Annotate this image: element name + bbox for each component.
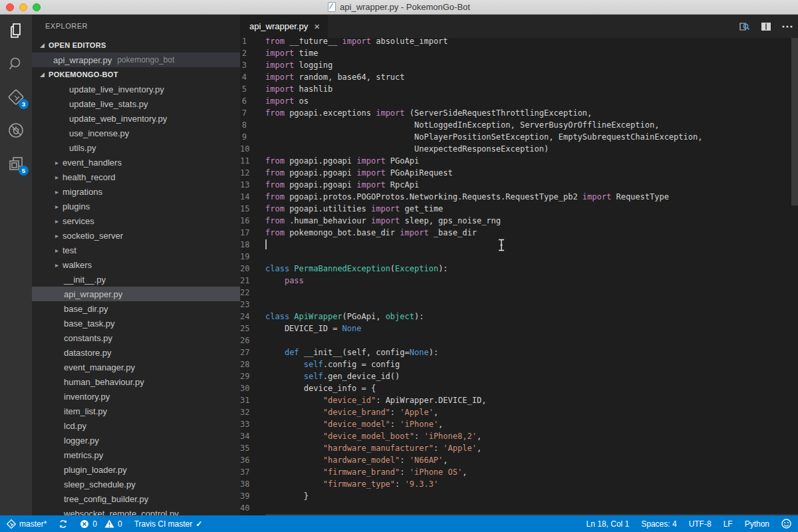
tree-file-websocket_remote_control.py[interactable]: websocket_remote_control.py <box>32 506 240 515</box>
tree-file-inventory.py[interactable]: inventory.py <box>32 389 240 404</box>
more-actions-icon[interactable] <box>782 25 793 28</box>
open-editors-header[interactable]: OPEN EDITORS <box>32 38 240 53</box>
open-preview-icon[interactable] <box>739 21 750 32</box>
eol-status[interactable]: LF <box>724 519 733 529</box>
feedback-smiley-icon[interactable] <box>781 519 791 529</box>
tree-file-human_behaviour.py[interactable]: human_behaviour.py <box>32 374 240 389</box>
code-editor[interactable]: 1from __future__ import absolute_import2… <box>240 38 798 515</box>
activity-explorer[interactable] <box>0 15 32 47</box>
activity-extensions[interactable]: 5 <box>0 148 32 180</box>
tree-folder-migrations[interactable]: ▸migrations <box>32 184 240 199</box>
tree-file-api_wrapper.py[interactable]: api_wrapper.py <box>32 287 240 301</box>
code-line-4[interactable]: 4import random, base64, struct <box>240 71 798 83</box>
tree-file-update_live_inventory.py[interactable]: update_live_inventory.py <box>32 82 240 96</box>
indentation-status[interactable]: Spaces: 4 <box>641 519 676 529</box>
tree-file-utils.py[interactable]: utils.py <box>32 140 240 155</box>
code-line-28[interactable]: 28 self.config = config <box>240 358 798 370</box>
tree-file-__init__.py[interactable]: __init__.py <box>32 272 240 287</box>
line-number: 36 <box>240 454 265 466</box>
code-line-34[interactable]: 34 "device_model_boot": 'iPhone8,2', <box>240 430 798 442</box>
code-line-32[interactable]: 32 "device_brand": 'Apple', <box>240 406 798 418</box>
code-line-22[interactable]: 22 <box>240 287 798 299</box>
close-window-button[interactable] <box>6 3 14 11</box>
code-line-40[interactable]: 40 <box>240 502 798 514</box>
tree-file-use_incense.py[interactable]: use_incense.py <box>32 126 240 140</box>
tree-file-base_task.py[interactable]: base_task.py <box>32 316 240 331</box>
code-line-30[interactable]: 30 device_info = { <box>240 382 798 394</box>
code-line-10[interactable]: 10 UnexpectedResponseException) <box>240 143 798 155</box>
code-line-14[interactable]: 14from pgoapi.protos.POGOProtos.Networki… <box>240 191 798 203</box>
code-line-8[interactable]: 8 NotLoggedInException, ServerBusyOrOffl… <box>240 119 798 131</box>
code-line-25[interactable]: 25 DEVICE_ID = None <box>240 323 798 334</box>
tree-folder-socketio_server[interactable]: ▸socketio_server <box>32 228 240 243</box>
code-line-9[interactable]: 9 NoPlayerPositionSetException, EmptySub… <box>240 131 798 143</box>
code-line-36[interactable]: 36 "hardware_model": 'N66AP', <box>240 454 798 466</box>
code-line-1[interactable]: 1from __future__ import absolute_import <box>240 38 798 47</box>
editor-scrollbar[interactable] <box>791 38 798 205</box>
code-line-5[interactable]: 5import hashlib <box>240 83 798 95</box>
close-tab-icon[interactable]: × <box>314 21 320 31</box>
encoding-status[interactable]: UTF-8 <box>689 519 712 529</box>
tree-folder-plugins[interactable]: ▸plugins <box>32 199 240 213</box>
code-line-16[interactable]: 16from .human_behaviour import sleep, gp… <box>240 215 798 227</box>
code-line-12[interactable]: 12from pgoapi.pgoapi import PGoApiReques… <box>240 167 798 179</box>
code-line-21[interactable]: 21 pass <box>240 275 798 287</box>
tree-folder-event_handlers[interactable]: ▸event_handlers <box>32 155 240 170</box>
travis-status[interactable]: Travis CI master ✓ <box>134 519 203 529</box>
code-line-39[interactable]: 39 } <box>240 490 798 502</box>
tree-file-datastore.py[interactable]: datastore.py <box>32 345 240 360</box>
line-content: "firmware_type": '9.3.3' <box>265 478 798 490</box>
code-line-6[interactable]: 6import os <box>240 95 798 107</box>
code-line-38[interactable]: 38 "firmware_type": '9.3.3' <box>240 478 798 490</box>
code-line-27[interactable]: 27 def __init__(self, config=None): <box>240 346 798 358</box>
tree-file-update_live_stats.py[interactable]: update_live_stats.py <box>32 96 240 111</box>
git-branch-status[interactable]: master* <box>7 519 47 529</box>
tree-file-logger.py[interactable]: logger.py <box>32 433 240 448</box>
tree-file-base_dir.py[interactable]: base_dir.py <box>32 301 240 316</box>
tree-file-constants.py[interactable]: constants.py <box>32 331 240 345</box>
split-editor-icon[interactable] <box>761 22 771 31</box>
code-line-31[interactable]: 31 "device_id": ApiWrapper.DEVICE_ID, <box>240 394 798 406</box>
code-line-18[interactable]: 18 <box>240 239 798 251</box>
tree-file-metrics.py[interactable]: metrics.py <box>32 448 240 462</box>
tree-file-event_manager.py[interactable]: event_manager.py <box>32 360 240 374</box>
tree-folder-test[interactable]: ▸test <box>32 243 240 257</box>
code-line-35[interactable]: 35 "hardware_manufacturer": 'Apple', <box>240 442 798 454</box>
code-line-13[interactable]: 13from pgoapi.pgoapi import RpcApi <box>240 179 798 191</box>
open-editor-item[interactable]: api_wrapper.py pokemongo_bot <box>32 53 240 67</box>
code-line-20[interactable]: 20class PermaBannedException(Exception): <box>240 263 798 275</box>
problems-status[interactable]: 0 0 <box>80 519 122 529</box>
code-line-33[interactable]: 33 "device_model": 'iPhone', <box>240 418 798 430</box>
sync-button[interactable] <box>59 519 68 529</box>
code-line-3[interactable]: 3import logging <box>240 59 798 71</box>
maximize-window-button[interactable] <box>33 3 41 11</box>
minimize-window-button[interactable] <box>19 3 27 11</box>
code-line-37[interactable]: 37 "firmware_brand": 'iPhone OS', <box>240 466 798 478</box>
code-line-29[interactable]: 29 self.gen_device_id() <box>240 370 798 382</box>
code-line-15[interactable]: 15from pgoapi.utilities import get_time <box>240 203 798 215</box>
tree-file-lcd.py[interactable]: lcd.py <box>32 418 240 433</box>
tree-file-plugin_loader.py[interactable]: plugin_loader.py <box>32 462 240 477</box>
tree-file-tree_config_builder.py[interactable]: tree_config_builder.py <box>32 491 240 506</box>
tree-folder-health_record[interactable]: ▸health_record <box>32 170 240 184</box>
code-line-7[interactable]: 7from pgoapi.exceptions import (ServerSi… <box>240 107 798 119</box>
code-line-19[interactable]: 19 <box>240 251 798 263</box>
activity-debug[interactable] <box>0 114 32 146</box>
code-line-17[interactable]: 17from pokemongo_bot.base_dir import _ba… <box>240 227 798 239</box>
activity-source-control[interactable]: 3 <box>0 81 32 113</box>
project-section-header[interactable]: POKEMONGO-BOT <box>32 67 240 82</box>
code-line-24[interactable]: 24class ApiWrapper(PGoApi, object): <box>240 311 798 323</box>
language-mode-status[interactable]: Python <box>745 519 769 529</box>
tree-folder-services[interactable]: ▸services <box>32 213 240 228</box>
cursor-position-status[interactable]: Ln 18, Col 1 <box>587 519 630 529</box>
code-line-26[interactable]: 26 <box>240 334 798 346</box>
code-line-2[interactable]: 2import time <box>240 47 798 59</box>
tree-file-sleep_schedule.py[interactable]: sleep_schedule.py <box>32 477 240 491</box>
tree-folder-walkers[interactable]: ▸walkers <box>32 257 240 272</box>
tree-file-item_list.py[interactable]: item_list.py <box>32 404 240 418</box>
code-line-23[interactable]: 23 <box>240 299 798 311</box>
tab-api-wrapper[interactable]: api_wrapper.py × <box>240 15 328 38</box>
tree-file-update_web_inventory.py[interactable]: update_web_inventory.py <box>32 111 240 126</box>
code-line-11[interactable]: 11from pgoapi.pgoapi import PGoApi <box>240 155 798 167</box>
activity-search[interactable] <box>0 48 32 80</box>
